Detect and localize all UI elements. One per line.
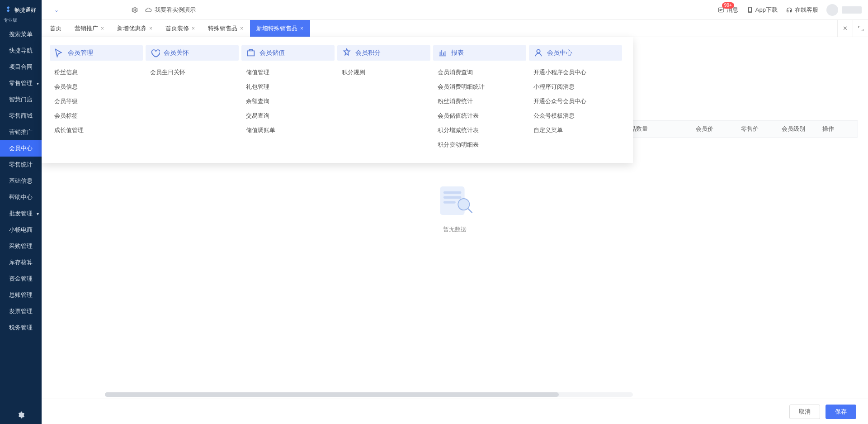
mega-link-5-1[interactable]: 小程序订阅消息 xyxy=(529,80,625,94)
chevron-down-icon: ▾ xyxy=(37,81,39,86)
sidebar-item-3[interactable]: 零售管理▾ xyxy=(0,75,42,91)
online-service-button[interactable]: 在线客服 xyxy=(786,6,818,14)
sidebar-item-15[interactable]: 资金管理 xyxy=(0,271,42,287)
settings-icon[interactable] xyxy=(17,411,25,419)
mega-column-4: 报表会员消费查询会员消费明细统计粉丝消费统计会员储值统计表积分增减统计表积分变动… xyxy=(433,45,529,152)
sidebar-item-14[interactable]: 库存核算 xyxy=(0,254,42,271)
sidebar-footer xyxy=(0,406,42,424)
svg-line-9 xyxy=(468,209,472,213)
mega-link-4-0[interactable]: 会员消费查询 xyxy=(433,65,529,80)
sidebar-item-11[interactable]: 批发管理▾ xyxy=(0,205,42,222)
mega-column-0: 会员管理粉丝信息会员信息会员等级会员标签成长值管理 xyxy=(50,45,146,152)
empty-text: 暂无数据 xyxy=(443,225,467,233)
avatar xyxy=(826,4,838,16)
mega-link-5-3[interactable]: 公众号模板消息 xyxy=(529,109,625,123)
mega-link-5-0[interactable]: 开通小程序会员中心 xyxy=(529,65,625,80)
org-selector[interactable]: ⌄ xyxy=(48,5,125,15)
sidebar-item-10[interactable]: 帮助中心 xyxy=(0,189,42,205)
sidebar-item-9[interactable]: 基础信息 xyxy=(0,173,42,189)
messages-button[interactable]: 99+ 消息 xyxy=(717,6,738,14)
mega-column-header: 会员中心 xyxy=(529,45,622,61)
mega-column-header: 会员管理 xyxy=(50,45,143,61)
svg-rect-7 xyxy=(443,201,456,203)
tab-label: 新增特殊销售品 xyxy=(256,24,297,33)
mega-column-title: 报表 xyxy=(451,49,464,57)
close-icon[interactable]: × xyxy=(149,25,152,32)
close-icon[interactable]: × xyxy=(240,25,243,32)
sidebar-item-12[interactable]: 小畅电商 xyxy=(0,222,42,238)
side-menu: 搜索菜单快捷导航项目合同零售管理▾智慧门店零售商城营销推广会员中心零售统计基础信… xyxy=(0,26,42,406)
tab-3[interactable]: 首页装修× xyxy=(159,20,202,37)
mega-column-title: 会员管理 xyxy=(68,49,93,57)
scrollbar-thumb[interactable] xyxy=(105,392,559,397)
tab-2[interactable]: 新增优惠券× xyxy=(111,20,159,37)
tab-5[interactable]: 新增特殊销售品× xyxy=(250,20,310,37)
mega-link-0-3[interactable]: 会员标签 xyxy=(50,109,146,123)
mega-link-2-2[interactable]: 余额查询 xyxy=(241,94,337,109)
online-service-label: 在线客服 xyxy=(795,6,818,14)
app-download-label: App下载 xyxy=(755,6,778,14)
mega-link-4-1[interactable]: 会员消费明细统计 xyxy=(433,80,529,94)
app-download-button[interactable]: App下载 xyxy=(746,6,778,14)
headset-icon xyxy=(786,6,793,14)
tab-4[interactable]: 特殊销售品× xyxy=(202,20,250,37)
mega-link-4-2[interactable]: 粉丝消费统计 xyxy=(433,94,529,109)
empty-illustration-icon xyxy=(430,178,480,219)
mega-link-2-4[interactable]: 储值调账单 xyxy=(241,123,337,138)
tab-close-all-button[interactable]: ✕ xyxy=(837,20,853,37)
sidebar-item-4[interactable]: 智慧门店 xyxy=(0,91,42,108)
close-icon[interactable]: × xyxy=(101,25,104,32)
footer-bar: 取消 保存 xyxy=(42,399,868,424)
tab-1[interactable]: 营销推广× xyxy=(68,20,111,37)
brand-logo-icon xyxy=(4,5,13,14)
sidebar-item-7[interactable]: 会员中心 xyxy=(0,140,42,157)
user-menu[interactable] xyxy=(826,4,862,16)
mega-column-3: 会员积分积分规则 xyxy=(337,45,433,152)
sidebar-item-8[interactable]: 零售统计 xyxy=(0,157,42,173)
sidebar-item-0[interactable]: 搜索菜单 xyxy=(0,26,42,43)
sidebar-item-13[interactable]: 采购管理 xyxy=(0,238,42,254)
svg-rect-1 xyxy=(718,8,724,12)
mega-link-4-4[interactable]: 积分增减统计表 xyxy=(433,123,529,138)
settings-gear-icon[interactable] xyxy=(129,5,140,15)
sidebar-item-1[interactable]: 快捷导航 xyxy=(0,43,42,59)
tab-0[interactable]: 首页 xyxy=(43,20,68,37)
tabs-bar: 首页营销推广×新增优惠券×首页装修×特殊销售品×新增特殊销售品× ✕ xyxy=(42,20,868,37)
mega-column-title: 会员积分 xyxy=(355,49,381,57)
mega-link-0-4[interactable]: 成长值管理 xyxy=(50,123,146,138)
sidebar-item-17[interactable]: 发票管理 xyxy=(0,303,42,319)
demo-link[interactable]: 我要看实例演示 xyxy=(145,6,196,14)
tab-label: 首页装修 xyxy=(165,24,189,33)
th-member-price: 会员价 xyxy=(690,125,736,133)
mega-link-2-3[interactable]: 交易查询 xyxy=(241,109,337,123)
tab-label: 特殊销售品 xyxy=(208,24,237,33)
close-icon[interactable]: × xyxy=(192,25,195,32)
mega-icon xyxy=(342,48,352,58)
mega-link-2-0[interactable]: 储值管理 xyxy=(241,65,337,80)
mega-column-title: 会员中心 xyxy=(547,49,572,57)
sidebar-item-2[interactable]: 项目合同 xyxy=(0,59,42,75)
mega-link-3-0[interactable]: 积分规则 xyxy=(337,65,433,80)
mega-link-4-3[interactable]: 会员储值统计表 xyxy=(433,109,529,123)
close-icon[interactable]: × xyxy=(300,25,303,32)
mega-link-5-4[interactable]: 自定义菜单 xyxy=(529,123,625,138)
empty-state: 暂无数据 xyxy=(52,178,858,233)
expand-icon xyxy=(857,25,864,32)
sidebar-item-16[interactable]: 总账管理 xyxy=(0,287,42,303)
save-button[interactable]: 保存 xyxy=(826,405,856,419)
mega-link-2-1[interactable]: 礼包管理 xyxy=(241,80,337,94)
tab-expand-button[interactable] xyxy=(853,20,868,37)
sidebar-item-5[interactable]: 零售商城 xyxy=(0,108,42,124)
cancel-button[interactable]: 取消 xyxy=(789,405,820,419)
mega-link-0-0[interactable]: 粉丝信息 xyxy=(50,65,146,80)
mega-link-5-2[interactable]: 开通公众号会员中心 xyxy=(529,94,625,109)
horizontal-scrollbar[interactable] xyxy=(105,392,633,397)
mega-link-1-0[interactable]: 会员生日关怀 xyxy=(146,65,241,80)
sidebar-item-6[interactable]: 营销推广 xyxy=(0,124,42,140)
topbar: ⌄ 我要看实例演示 99+ 消息 App下载 xyxy=(42,0,868,20)
sidebar-item-18[interactable]: 税务管理 xyxy=(0,319,42,336)
mega-link-4-5[interactable]: 积分变动明细表 xyxy=(433,138,529,152)
mega-link-0-2[interactable]: 会员等级 xyxy=(50,94,146,109)
th-member-level: 会员级别 xyxy=(776,125,817,133)
mega-link-0-1[interactable]: 会员信息 xyxy=(50,80,146,94)
